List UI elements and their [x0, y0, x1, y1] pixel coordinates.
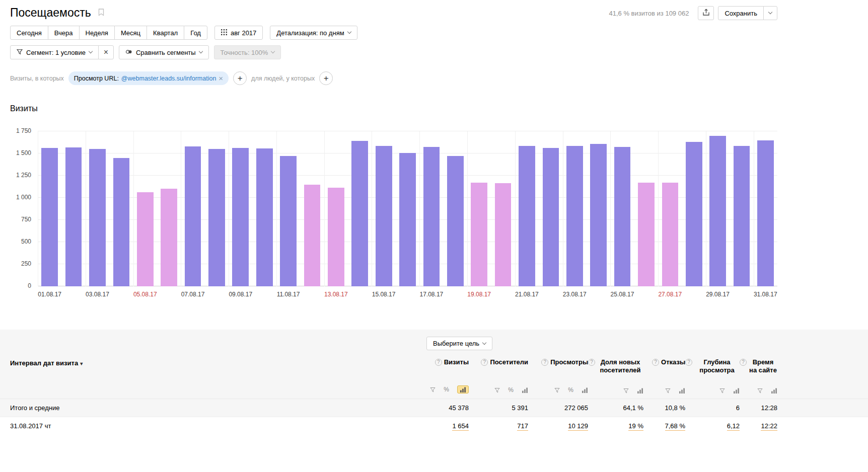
bar-cell[interactable] — [61, 131, 85, 286]
bar-cell[interactable] — [348, 131, 372, 286]
help-icon[interactable]: ? — [652, 359, 659, 366]
export-button[interactable] — [698, 6, 714, 20]
column-header-label[interactable]: ?Посетители — [481, 358, 528, 366]
help-icon[interactable]: ? — [685, 359, 692, 366]
bar[interactable] — [41, 148, 58, 286]
period-button[interactable]: Квартал — [147, 26, 184, 40]
bar[interactable] — [113, 158, 130, 286]
bar[interactable] — [686, 142, 702, 286]
bar-cell[interactable] — [205, 131, 229, 286]
bar[interactable] — [399, 153, 416, 286]
metric-value[interactable]: 12:22 — [761, 422, 777, 431]
chart-metric-icon[interactable] — [637, 388, 643, 394]
calendar-button[interactable]: авг 2017 — [214, 26, 263, 40]
save-menu-button[interactable] — [763, 6, 777, 20]
bar[interactable] — [709, 136, 726, 286]
bar-cell[interactable] — [563, 131, 587, 286]
bar-cell[interactable] — [372, 131, 395, 286]
chip-close-icon[interactable] — [219, 74, 223, 83]
column-header-label[interactable]: ?Просмотры — [541, 358, 588, 366]
bar[interactable] — [280, 156, 297, 286]
filter-funnel-icon[interactable] — [494, 387, 500, 393]
bar[interactable] — [232, 148, 249, 286]
chart-metric-icon[interactable] — [733, 388, 740, 394]
bar-cell[interactable] — [587, 131, 610, 286]
bar[interactable] — [471, 183, 487, 286]
segment-button[interactable]: Сегмент: 1 условие — [10, 45, 99, 59]
bar[interactable] — [65, 147, 82, 286]
bar-cell[interactable] — [682, 131, 706, 286]
filter-funnel-icon[interactable] — [757, 388, 763, 394]
period-button[interactable]: Год — [184, 26, 207, 40]
bar-cell[interactable] — [706, 131, 730, 286]
bar-cell[interactable] — [86, 131, 109, 286]
select-goal-button[interactable]: Выберите цель — [426, 337, 492, 350]
bar[interactable] — [328, 188, 344, 286]
help-icon[interactable]: ? — [435, 359, 442, 366]
bar[interactable] — [137, 192, 154, 286]
bar-cell[interactable] — [396, 131, 419, 286]
metric-value[interactable]: 7,68 % — [665, 422, 685, 431]
save-button[interactable]: Сохранить — [718, 6, 764, 20]
date-interval-header[interactable]: Интервал дат визита — [0, 355, 413, 399]
period-button[interactable]: Месяц — [114, 26, 147, 40]
bookmark-icon[interactable] — [98, 9, 104, 18]
metric-value[interactable]: 19 % — [628, 422, 643, 431]
bar[interactable] — [495, 183, 512, 286]
bar[interactable] — [304, 185, 321, 286]
chart-metric-icon[interactable] — [771, 388, 777, 394]
add-visit-condition-button[interactable] — [233, 71, 247, 85]
bar[interactable] — [734, 146, 750, 286]
filter-funnel-icon[interactable] — [719, 388, 725, 394]
bar[interactable] — [185, 146, 201, 286]
bar[interactable] — [543, 148, 559, 286]
bar-cell[interactable] — [634, 131, 658, 286]
metric-value[interactable]: 717 — [517, 422, 528, 431]
bar-cell[interactable] — [754, 131, 777, 286]
detalization-button[interactable]: Детализация: по дням — [270, 26, 357, 40]
bar[interactable] — [256, 148, 273, 286]
column-header-label[interactable]: ?Глубина просмотра — [685, 358, 740, 375]
bar[interactable] — [351, 141, 368, 286]
bar[interactable] — [662, 183, 679, 286]
bar[interactable] — [161, 189, 177, 286]
bar-cell[interactable] — [610, 131, 634, 286]
percent-icon[interactable]: % — [568, 386, 573, 394]
filter-funnel-icon[interactable] — [665, 388, 671, 394]
bar[interactable] — [376, 146, 392, 286]
bar-cell[interactable] — [324, 131, 348, 286]
column-header-label[interactable]: ?Отказы — [652, 358, 685, 366]
bar-cell[interactable] — [133, 131, 157, 286]
bar[interactable] — [614, 147, 631, 286]
compare-segments-button[interactable]: Сравнить сегменты — [119, 45, 209, 59]
period-button[interactable]: Сегодня — [10, 26, 48, 40]
filter-funnel-icon[interactable] — [554, 387, 560, 393]
bar[interactable] — [208, 149, 225, 286]
url-filter-chip[interactable]: Просмотр URL: @webmaster.leads.su/inform… — [68, 71, 229, 85]
bar[interactable] — [519, 146, 535, 286]
chart-metric-icon[interactable] — [522, 387, 528, 393]
column-header-label[interactable]: ?Доля новых посетителей — [588, 358, 643, 375]
column-header-label[interactable]: ?Время на сайте — [740, 358, 777, 375]
help-icon[interactable]: ? — [588, 359, 595, 366]
metric-value[interactable]: 6,12 — [727, 422, 740, 431]
help-icon[interactable]: ? — [740, 359, 747, 366]
bar-cell[interactable] — [157, 131, 181, 286]
bar-cell[interactable] — [300, 131, 324, 286]
bar[interactable] — [757, 140, 774, 286]
bar-cell[interactable] — [276, 131, 300, 286]
chart-metric-icon[interactable] — [457, 385, 469, 394]
add-people-condition-button[interactable] — [319, 71, 333, 85]
table-row[interactable]: 31.08.2017 чт1 65471710 12919 %7,68 %6,1… — [0, 417, 868, 435]
chip-url-value[interactable]: @webmaster.leads.su/information — [121, 75, 216, 82]
bar-cell[interactable] — [444, 131, 467, 286]
bar-cell[interactable] — [491, 131, 515, 286]
bar-cell[interactable] — [181, 131, 204, 286]
filter-funnel-icon[interactable] — [430, 387, 436, 392]
period-button[interactable]: Вчера — [48, 26, 80, 40]
bar-cell[interactable] — [109, 131, 133, 286]
period-button[interactable]: Неделя — [79, 26, 115, 40]
bar[interactable] — [447, 156, 464, 286]
bar-cell[interactable] — [730, 131, 753, 286]
table-row[interactable]: Итого и средние45 3785 391272 06564,1 %1… — [0, 399, 868, 417]
